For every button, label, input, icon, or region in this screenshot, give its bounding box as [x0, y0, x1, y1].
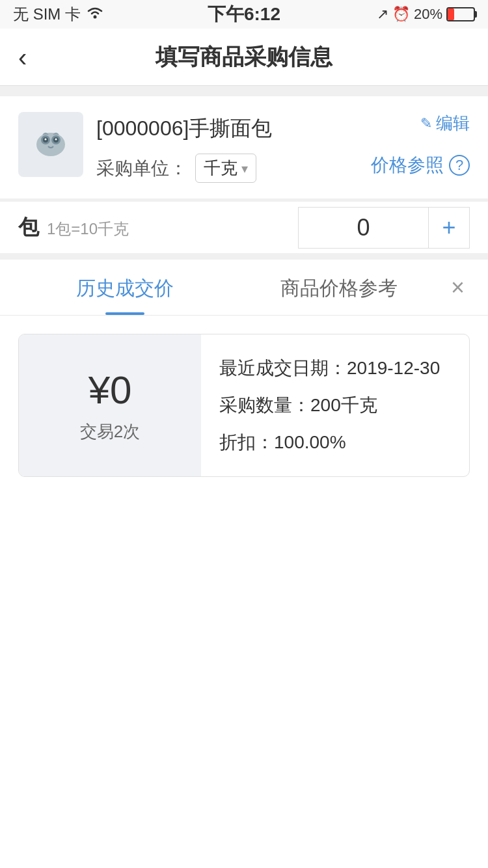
status-right: ↗ ⏰ 20% [377, 6, 475, 23]
status-left: 无 SIM 卡 [13, 4, 104, 25]
unit-label: 采购单位： [96, 156, 187, 181]
qty-input-group: + [298, 207, 470, 249]
price-reference-button[interactable]: 价格参照 ? [371, 153, 470, 178]
purchase-qty-value: 200千克 [310, 395, 377, 415]
recent-date-row: 最近成交日期：2019-12-30 [219, 355, 451, 381]
svg-point-1 [36, 133, 65, 156]
price-ref-label: 价格参照 [371, 153, 444, 178]
trade-count: 交易2次 [80, 420, 140, 443]
unit-select-dropdown[interactable]: 千克 ▾ [195, 154, 256, 183]
help-icon: ? [449, 155, 470, 176]
product-logo-icon [31, 122, 70, 168]
svg-point-6 [45, 138, 47, 140]
price-ref-panel: 历史成交价 商品价格参考 × ¥0 交易2次 最近成交日期：2019-12-30… [0, 260, 488, 495]
qty-plus-button[interactable]: + [428, 207, 470, 249]
purchase-qty-row: 采购数量：200千克 [219, 392, 451, 418]
tab-history-price[interactable]: 历史成交价 [18, 260, 232, 315]
discount-label: 折扣： [219, 432, 274, 452]
svg-point-7 [55, 138, 57, 140]
price-card-right: 最近成交日期：2019-12-30 采购数量：200千克 折扣：100.00% [201, 334, 469, 476]
product-left: [0000006]手撕面包 采购单位： 千克 ▾ [18, 112, 272, 183]
carrier-text: 无 SIM 卡 [13, 4, 81, 25]
recent-date-value: 2019-12-30 [347, 358, 440, 378]
status-bar: 无 SIM 卡 下午6:12 ↗ ⏰ 20% [0, 0, 488, 29]
tab2-label: 商品价格参考 [280, 277, 398, 299]
qty-unit-conversion: 1包=10千克 [47, 219, 129, 239]
close-panel-button[interactable]: × [446, 276, 470, 299]
dropdown-arrow-icon: ▾ [241, 161, 248, 176]
product-unit-row: 采购单位： 千克 ▾ [96, 154, 272, 183]
edit-label: 编辑 [436, 112, 470, 135]
tab-bar: 历史成交价 商品价格参考 × [0, 260, 488, 316]
wifi-icon [86, 5, 104, 23]
bottom-area [0, 495, 488, 868]
product-name: [0000006]手撕面包 [96, 115, 272, 143]
price-value: 0 [110, 368, 131, 412]
nav-bar: ‹ 填写商品采购信息 [0, 29, 488, 86]
price-card-container: ¥0 交易2次 最近成交日期：2019-12-30 采购数量：200千克 折扣：… [0, 316, 488, 495]
section-separator [0, 253, 488, 260]
quantity-section: 包 1包=10千克 + [0, 201, 488, 253]
product-info: [0000006]手撕面包 采购单位： 千克 ▾ [96, 112, 272, 183]
currency-symbol: ¥ [88, 368, 110, 412]
location-icon: ↗ [377, 6, 388, 23]
product-header: [0000006]手撕面包 采购单位： 千克 ▾ ✎ 编辑 价格参照 ? [18, 112, 470, 183]
edit-icon: ✎ [420, 115, 432, 132]
discount-row: 折扣：100.00% [219, 429, 451, 455]
price-display: ¥0 [88, 368, 132, 413]
status-time: 下午6:12 [208, 2, 280, 27]
quantity-input[interactable] [298, 207, 428, 249]
alarm-icon: ⏰ [392, 6, 410, 23]
price-card: ¥0 交易2次 最近成交日期：2019-12-30 采购数量：200千克 折扣：… [18, 334, 470, 477]
svg-point-0 [94, 16, 97, 19]
discount-value: 100.00% [274, 432, 346, 452]
battery-pct: 20% [414, 6, 442, 23]
tab-product-price-ref[interactable]: 商品价格参考 [232, 260, 445, 315]
product-section: [0000006]手撕面包 采购单位： 千克 ▾ ✎ 编辑 价格参照 ? [0, 96, 488, 198]
back-button[interactable]: ‹ [18, 44, 27, 70]
purchase-qty-label: 采购数量： [219, 395, 310, 415]
qty-unit-big: 包 [18, 213, 39, 242]
page-title: 填写商品采购信息 [156, 42, 332, 72]
unit-value: 千克 [204, 157, 237, 180]
qty-label-group: 包 1包=10千克 [18, 213, 129, 242]
price-card-left: ¥0 交易2次 [19, 334, 201, 476]
edit-button[interactable]: ✎ 编辑 [420, 112, 470, 135]
tab1-label: 历史成交价 [76, 277, 174, 299]
product-thumbnail [18, 112, 83, 177]
recent-date-label: 最近成交日期： [219, 358, 347, 378]
battery-icon [446, 7, 475, 21]
